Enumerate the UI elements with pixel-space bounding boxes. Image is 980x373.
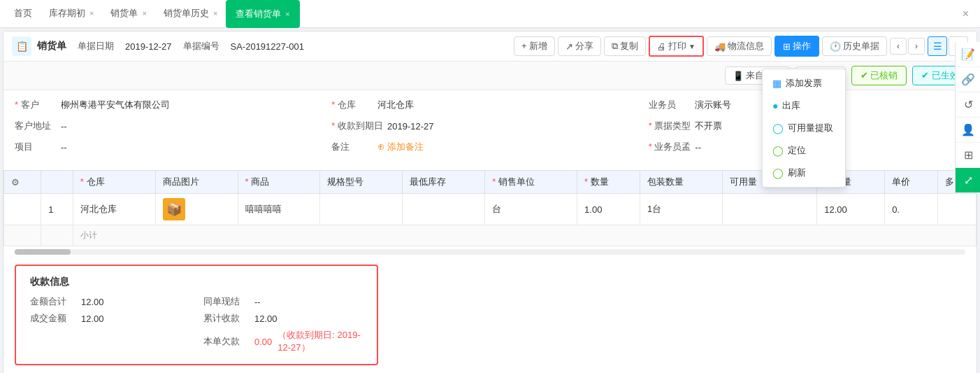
image-col-header: 商品图片: [155, 171, 238, 194]
table-row: 1 河北仓库 📦 嘻嘻嘻嘻 台 1.00 1台 12.00 0.: [4, 194, 977, 225]
arrears-item: 本单欠款 0.00 （收款到期日: 2019-12-27）: [203, 329, 363, 354]
warehouse-field: 仓库 河北仓库: [331, 99, 648, 111]
add-note-btn[interactable]: ⊕ 添加备注: [377, 141, 424, 153]
close-all-tabs[interactable]: ×: [957, 8, 974, 20]
header-meta: 单据日期 2019-12-27 单据编号 SA-20191227-001: [78, 40, 304, 52]
payment-date-value: 2019-12-27: [387, 121, 434, 132]
customer-value: 柳州粤港平安气体有限公司: [61, 99, 170, 111]
settings-col-header[interactable]: ⚙: [4, 171, 41, 194]
new-button[interactable]: + 新增: [514, 36, 555, 56]
payment-date-field: 收款到期日 2019-12-27: [331, 120, 648, 132]
tab-view-sales[interactable]: 查看销货单 ×: [226, 0, 299, 28]
number-label: 单据编号: [183, 40, 219, 52]
subtotal-row: 小计: [4, 225, 977, 246]
outbound-item[interactable]: ● 出库: [763, 94, 845, 117]
row-product: 嘻嘻嘻嘻: [238, 194, 320, 225]
total-item: 金额合计 12.00: [30, 295, 189, 308]
row-unit: 台: [485, 194, 577, 225]
sidebar-icon-5[interactable]: ⊞: [956, 143, 980, 168]
share-icon: ↗: [565, 41, 573, 52]
total-value: 12.00: [81, 297, 104, 307]
expand-icon[interactable]: ⤢: [956, 168, 980, 193]
row-more: [938, 194, 977, 225]
cumulative-value: 12.00: [254, 314, 278, 324]
row-available: [722, 194, 816, 225]
subtotal-index: [41, 225, 73, 246]
ticket-type-label: 票据类型: [649, 120, 691, 132]
copy-button[interactable]: ⧉ 复制: [604, 36, 646, 56]
circle-icon: ●: [772, 100, 778, 111]
min-stock-col-header: 最低库存: [403, 171, 485, 194]
address-value: --: [61, 121, 67, 132]
index-col-header: [41, 171, 73, 194]
row-warehouse: 河北仓库: [73, 194, 155, 225]
copy-icon: ⧉: [612, 41, 618, 52]
truck-icon: 🚚: [714, 41, 726, 52]
address-label: 客户地址: [15, 120, 57, 132]
tab-home[interactable]: 首页: [6, 0, 41, 28]
tab-inventory[interactable]: 库存期初 ×: [41, 0, 102, 28]
deal-value: 12.00: [81, 314, 104, 324]
total-label: 金额合计: [30, 295, 75, 308]
close-history-tab[interactable]: ×: [213, 9, 217, 17]
print-button[interactable]: 🖨 打印 ▼: [649, 36, 704, 57]
project-value: --: [61, 142, 67, 153]
next-arrow[interactable]: ›: [908, 38, 925, 55]
close-view-sales-tab[interactable]: ×: [285, 10, 289, 18]
phone-icon: 📱: [733, 71, 744, 81]
circle-icon2: ◯: [772, 122, 784, 134]
customer-label: 客户: [15, 99, 57, 111]
sidebar-icon-3[interactable]: ↺: [956, 92, 980, 118]
horizontal-scrollbar[interactable]: [15, 249, 965, 255]
deal-label: 成交金额: [30, 312, 75, 325]
print-dropdown-arrow: ▼: [689, 43, 696, 50]
header-actions: + 新增 ↗ 分享 ⧉ 复制 🖨 打印 ▼ 🚚 物流信息: [514, 36, 968, 57]
staff2-value: --: [695, 142, 701, 153]
date-label: 单据日期: [78, 40, 114, 52]
product-image: 📦: [163, 198, 185, 220]
ticket-type-value: 不开票: [695, 120, 722, 132]
gear-icon[interactable]: ⚙: [11, 177, 20, 188]
spec-col-header: 规格型号: [320, 171, 403, 194]
close-inventory-tab[interactable]: ×: [89, 9, 94, 17]
doc-title: 销货单: [37, 40, 66, 52]
locate-item[interactable]: ◯ 定位: [763, 139, 845, 162]
address-field: 客户地址 --: [15, 120, 331, 132]
available-extract-item[interactable]: ◯ 可用量提取: [763, 117, 845, 139]
invoice-icon: ▦: [772, 78, 781, 89]
row-stock: 12.00: [817, 194, 885, 225]
scroll-thumb[interactable]: [15, 249, 71, 255]
prev-arrow[interactable]: ‹: [890, 38, 907, 55]
pack-qty-col-header: 包装数量: [640, 171, 723, 194]
close-sales-tab[interactable]: ×: [142, 9, 146, 17]
list-view-btn[interactable]: ☰: [928, 36, 947, 56]
operation-button[interactable]: ⊞ 操作: [774, 36, 819, 57]
check-icon2: ✔: [921, 70, 929, 80]
warehouse-col-header: 仓库: [73, 171, 155, 194]
warehouse-value: 河北仓库: [377, 99, 414, 111]
refresh-item[interactable]: ◯ 刷新: [763, 162, 845, 184]
sidebar-icon-4[interactable]: 👤: [956, 118, 980, 143]
history-icon: 🕐: [830, 41, 841, 52]
sidebar-icon-1[interactable]: 📝: [956, 42, 980, 67]
qty-col-header: 数量: [577, 171, 640, 194]
add-invoice-item[interactable]: ▦ 添加发票: [763, 72, 845, 94]
refresh-icon: ◯: [772, 167, 784, 178]
row-pack-qty: 1台: [640, 194, 723, 225]
row-index: 1: [41, 194, 73, 225]
arrears-value: 0.00: [254, 337, 272, 347]
verified-btn[interactable]: ✔ 已核销: [851, 66, 907, 85]
logistics-button[interactable]: 🚚 物流信息: [707, 36, 772, 56]
share-button[interactable]: ↗ 分享: [558, 36, 601, 56]
print-icon: 🖨: [657, 41, 666, 52]
staff2-label: 业务员孟: [649, 141, 691, 153]
tab-history[interactable]: 销货单历史 ×: [155, 0, 226, 28]
warehouse-label: 仓库: [331, 99, 373, 111]
note-field: 备注 ⊕ 添加备注: [331, 141, 648, 153]
history-button[interactable]: 🕐 历史单据: [822, 36, 887, 56]
sidebar-icon-2[interactable]: 🔗: [956, 67, 980, 92]
tab-sales[interactable]: 销货单 ×: [102, 0, 154, 28]
row-settings: [4, 194, 41, 225]
check-icon: ✔: [860, 70, 868, 80]
cumulative-label: 累计收款: [203, 312, 249, 325]
